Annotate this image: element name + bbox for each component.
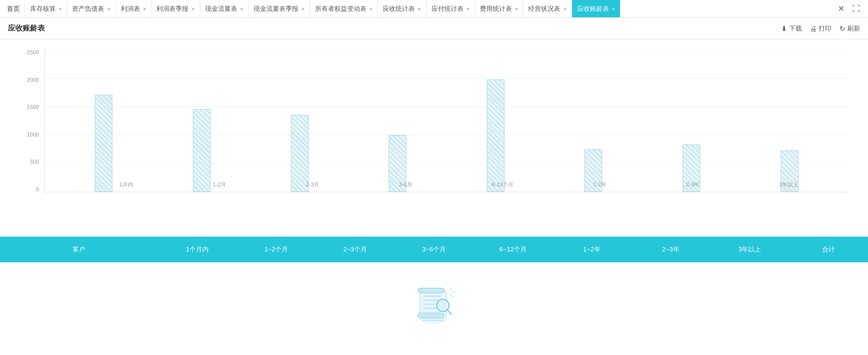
tab-ar-stats[interactable]: 应收统计表× <box>378 0 426 18</box>
table-header-cell: 客户 <box>0 245 158 254</box>
svg-rect-3 <box>418 313 444 318</box>
tab-close-cashflow-quarter[interactable]: × <box>301 6 304 12</box>
tab-label-profit: 利润表 <box>121 4 140 13</box>
tab-cashflow-quarter[interactable]: 现金流量表季报× <box>249 0 310 18</box>
download-icon: ⬇ <box>781 25 787 33</box>
svg-line-11 <box>449 288 452 290</box>
tab-label-equity-change: 所有者权益变动表 <box>315 4 366 13</box>
tab-bar: 首页库存核算×资产负债表×利润表×利润表季报×现金流量表×现金流量表季报×所有者… <box>0 0 868 18</box>
x-axis-label: 6-12个月 <box>492 181 513 188</box>
y-axis-label: 2000 <box>27 77 39 83</box>
table-header-cell: 合计 <box>789 245 868 254</box>
table-header-cell: 3~6个月 <box>395 245 473 254</box>
svg-line-13 <box>450 294 453 297</box>
tab-label-balance-sheet: 资产负债表 <box>72 4 104 13</box>
y-axis-label: 0 <box>36 186 39 192</box>
tab-close-profit[interactable]: × <box>143 6 146 12</box>
tab-expense-stats[interactable]: 费用统计表× <box>475 0 523 18</box>
x-axis-label: 1-2月 <box>213 181 226 188</box>
tab-label-cashflow: 现金流量表 <box>205 4 237 13</box>
refresh-button[interactable]: ↻ 刷新 <box>839 24 860 33</box>
chart-area: 25002000150010005000 1月内1-2月2-3月3-6月6-12… <box>0 39 868 237</box>
page-header: 应收账龄表 ⬇ 下载 🖨 打印 ↻ 刷新 <box>0 18 868 39</box>
tab-balance-sheet[interactable]: 资产负债表× <box>67 0 115 18</box>
table-header-cell: 1~2年 <box>552 245 631 254</box>
tab-profit-quarter[interactable]: 利润表季报× <box>151 0 200 18</box>
x-axis-label: 2-3月 <box>306 181 319 188</box>
download-button[interactable]: ⬇ 下载 <box>781 24 802 33</box>
refresh-icon: ↻ <box>839 25 845 33</box>
tab-cashflow[interactable]: 现金流量表× <box>200 0 249 18</box>
print-button[interactable]: 🖨 打印 <box>810 24 832 33</box>
tab-close-ar-aging[interactable]: × <box>612 6 615 12</box>
bars-area <box>45 49 848 192</box>
tab-close-cashflow[interactable]: × <box>240 6 243 12</box>
tab-close-ap-stats[interactable]: × <box>467 6 470 12</box>
tab-label-ar-aging: 应收账龄表 <box>577 4 609 13</box>
tab-label-ap-stats: 应付统计表 <box>432 4 464 13</box>
y-axis-label: 2500 <box>27 49 39 55</box>
table-header-cell: 3年以上 <box>710 245 789 254</box>
table-header-cell: 1个月内 <box>158 245 237 254</box>
x-axis-label: 2-3年 <box>686 181 699 188</box>
print-icon: 🖨 <box>810 25 817 33</box>
tab-close-profit-quarter[interactable]: × <box>191 6 194 12</box>
tab-label-cashflow-quarter: 现金流量表季报 <box>253 4 298 13</box>
window-maximize-button[interactable]: ⛶ <box>850 2 862 15</box>
tab-home[interactable]: 首页 <box>2 0 25 18</box>
tab-label-stock-calc: 库存核算 <box>30 4 56 13</box>
tab-label-profit-quarter: 利润表季报 <box>156 4 188 13</box>
tab-close-equity-change[interactable]: × <box>369 6 372 12</box>
main-content: 25002000150010005000 1月内1-2月2-3月3-6月6-12… <box>0 39 868 355</box>
window-controls: ✕ ⛶ <box>832 2 866 15</box>
x-axis-label: 3年以上 <box>779 181 798 188</box>
bar-6-12个月 <box>487 79 505 192</box>
x-axis-label: 3-6月 <box>399 181 412 188</box>
page-title: 应收账龄表 <box>8 24 45 33</box>
table-header-cell: 1~2个月 <box>237 245 316 254</box>
tab-close-expense-stats[interactable]: × <box>515 6 518 12</box>
tab-profit[interactable]: 利润表× <box>116 0 151 18</box>
table-header-cell: 6~12个月 <box>473 245 552 254</box>
tab-ap-stats[interactable]: 应付统计表× <box>427 0 475 18</box>
chart-y-axis: 25002000150010005000 <box>20 49 42 192</box>
tab-label-expense-stats: 费用统计表 <box>480 4 512 13</box>
chart-body: 1月内1-2月2-3月3-6月6-12个月1-2年2-3年3年以上 <box>44 49 848 192</box>
empty-state <box>0 262 868 336</box>
x-axis-label: 1月内 <box>119 181 133 188</box>
table-header-cell: 2~3个月 <box>316 245 395 254</box>
tab-label-operations: 经营状况表 <box>528 4 560 13</box>
tab-close-balance-sheet[interactable]: × <box>107 6 110 12</box>
bar-group <box>487 79 505 192</box>
tab-operations[interactable]: 经营状况表× <box>523 0 572 18</box>
svg-point-9 <box>439 301 447 309</box>
tab-label-home: 首页 <box>7 4 20 13</box>
header-actions: ⬇ 下载 🖨 打印 ↻ 刷新 <box>781 24 860 33</box>
x-labels: 1月内1-2月2-3月3-6月6-12个月1-2年2-3年3年以上 <box>70 177 848 192</box>
y-axis-label: 1500 <box>27 104 39 110</box>
table-header: 客户1个月内1~2个月2~3个月3~6个月6~12个月1~2年2~3年3年以上合… <box>0 237 868 262</box>
tab-stock-calc[interactable]: 库存核算× <box>25 0 67 18</box>
tab-close-stock-calc[interactable]: × <box>59 6 62 12</box>
window-close-button[interactable]: ✕ <box>836 2 846 15</box>
tab-equity-change[interactable]: 所有者权益变动表× <box>310 0 378 18</box>
tab-close-operations[interactable]: × <box>563 6 566 12</box>
y-axis-label: 500 <box>30 159 39 165</box>
chart-container: 25002000150010005000 1月内1-2月2-3月3-6月6-12… <box>20 49 848 207</box>
svg-line-10 <box>447 310 451 314</box>
tab-close-ar-stats[interactable]: × <box>418 6 421 12</box>
y-axis-label: 1000 <box>27 132 39 138</box>
svg-rect-2 <box>418 288 444 293</box>
tab-ar-aging[interactable]: 应收账龄表× <box>572 0 620 18</box>
x-axis-label: 1-2年 <box>593 181 607 188</box>
empty-state-icon <box>409 282 459 326</box>
table-header-cell: 2~3年 <box>631 245 710 254</box>
tab-label-ar-stats: 应收统计表 <box>383 4 415 13</box>
